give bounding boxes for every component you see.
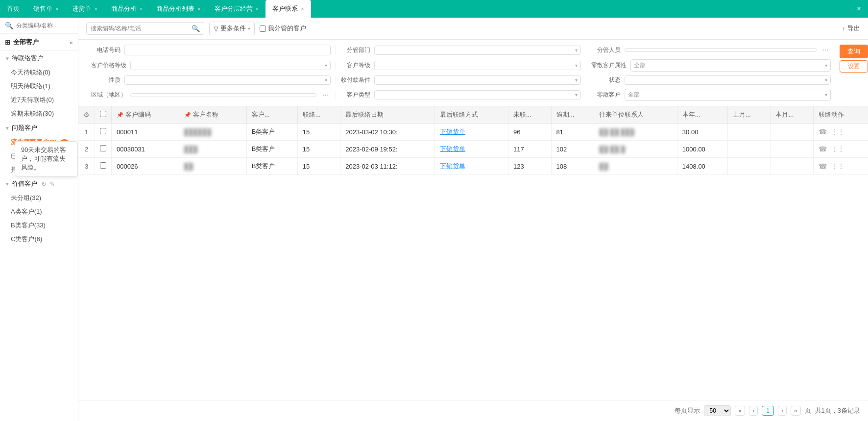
sidebar-item-b-class[interactable]: B类客户(33) (0, 219, 78, 232)
page-size-label: 每页显示 (675, 406, 700, 415)
first-page-button[interactable]: « (735, 406, 745, 416)
sidebar-item-week-pending[interactable]: 近7天待联络(0) (0, 93, 78, 107)
sidebar-item-a-class[interactable]: A类客户(1) (0, 205, 78, 219)
sidebar-item-overdue-pending[interactable]: 逾期未联络(30) (0, 107, 78, 121)
row3-checkbox[interactable] (100, 162, 106, 169)
close-sales-icon[interactable]: × (55, 6, 58, 12)
close-customer-tier-icon[interactable]: × (256, 6, 259, 12)
row2-checkbox[interactable] (100, 145, 106, 151)
th-customer-type: 客户... (246, 106, 297, 124)
sidebar-item-today-pending[interactable]: 今天待联络(0) (0, 66, 78, 79)
group-pending[interactable]: ▼ 待联络客户 (0, 51, 78, 66)
row3-last-date: 2023-02-03 11:12: (340, 158, 435, 175)
row2-company-contact: ██ ██ █ (594, 141, 677, 158)
region-dots-icon[interactable]: ··· (320, 91, 331, 99)
filter-select-person[interactable] (625, 48, 817, 52)
row3-code: 000026 (112, 158, 179, 175)
filter-select-nature[interactable]: ▾ (124, 75, 331, 85)
group-problem[interactable]: ▼ 问题客户 (0, 121, 78, 135)
my-customer-checkbox[interactable] (260, 25, 266, 32)
filter-select-region[interactable] (130, 93, 316, 97)
page-size-select[interactable]: 50 20 100 (704, 405, 731, 416)
sidebar-root[interactable]: ⊞ 全部客户 « (0, 34, 78, 51)
filter-action-btns: 查询 设置 (840, 45, 868, 73)
tab-goods-analysis-label: 商品分析 (111, 4, 137, 13)
th-checkbox (95, 106, 112, 124)
row2-last-date: 2023-02-09 19:52: (340, 141, 435, 158)
th-contact-count: 联络... (297, 106, 340, 124)
filter-select-customer-type[interactable]: ▾ (374, 90, 580, 99)
churn-tooltip: 90天未交易的客户，可能有流失风险。 (15, 141, 78, 176)
filter-select-grade[interactable]: ▾ (374, 61, 580, 70)
row2-checkbox-cell (95, 141, 112, 158)
filter-select-retail-attr[interactable]: 全部 ▾ (630, 59, 831, 72)
row1-more-icon[interactable]: ⋮⋮ (831, 128, 844, 136)
filter-cell-price-level: 客户价格等级 ▾ (86, 61, 336, 70)
close-goods-analysis-icon[interactable]: × (140, 6, 143, 12)
row3-more-icon[interactable]: ⋮⋮ (831, 162, 844, 170)
filter-cell-region: 区域（地区） ··· (86, 91, 336, 99)
sidebar-item-c-class[interactable]: C类客户(6) (0, 232, 78, 246)
close-purchase-icon[interactable]: × (94, 6, 97, 12)
filter-label-region: 区域（地区） (91, 91, 126, 99)
query-button[interactable]: 查询 (840, 45, 868, 58)
filter-label-payment: 收付款条件 (341, 76, 370, 84)
row1-contact-icon[interactable]: ☎ (819, 128, 827, 136)
search-input-wrap: 🔍 (86, 22, 204, 35)
filter-cell-grade: 客户等级 ▾ (336, 61, 586, 70)
table-settings-icon[interactable]: ⚙ (83, 111, 90, 119)
my-customer-checkbox-label[interactable]: 我分管的客户 (260, 24, 306, 33)
export-button[interactable]: ↑ 导出 (843, 24, 861, 33)
row2-num: 2 (78, 141, 95, 158)
group-value[interactable]: ▼ 价值客户 ↻ ✎ (0, 176, 78, 191)
filter-label-retail-attr: 零散客户属性 (591, 61, 627, 70)
filter-select-payment[interactable]: ▾ (374, 75, 580, 85)
filter-select-dept[interactable]: ▾ (374, 46, 580, 55)
customer-type-arrow-icon: ▾ (575, 92, 578, 98)
th-last-contact-date: 最后联络日期 (340, 106, 435, 124)
tab-goods-analysis[interactable]: 商品分析 × (104, 0, 149, 18)
filter-input-phone[interactable] (124, 45, 331, 55)
row3-checkbox-cell (95, 158, 112, 175)
tab-customer-tier[interactable]: 客户分层经营 × (208, 0, 265, 18)
select-all-checkbox[interactable] (100, 111, 106, 117)
value-edit-icon[interactable]: ✎ (49, 180, 55, 188)
tab-sales[interactable]: 销售单 × (26, 0, 65, 18)
prev-page-button[interactable]: ‹ (749, 406, 758, 416)
person-dots-icon[interactable]: ··· (820, 46, 831, 54)
more-conditions-button[interactable]: ▽ 更多条件 ▾ (209, 22, 255, 35)
filter-select-price-level[interactable]: ▾ (130, 61, 331, 70)
filter-cell-status: 状态 ▾ (586, 75, 836, 85)
row1-checkbox[interactable] (100, 128, 106, 134)
row1-company-contact: ██ ██ ███ (594, 124, 677, 141)
export-icon: ↑ (843, 25, 846, 32)
sidebar-item-tomorrow-pending[interactable]: 明天待联络(1) (0, 79, 78, 93)
tab-home[interactable]: 首页 (0, 0, 26, 18)
window-close-button[interactable]: × (850, 0, 868, 18)
tab-purchase[interactable]: 进货单 × (65, 0, 104, 18)
row2-more-icon[interactable]: ⋮⋮ (831, 145, 844, 153)
filter-cell-person: 分管人员 ··· (586, 46, 836, 54)
search-input[interactable] (91, 25, 189, 32)
close-goods-list-icon[interactable]: × (197, 6, 200, 12)
settings-button[interactable]: 设置 (840, 60, 868, 73)
filter-select-retail[interactable]: 全部 ▾ (625, 89, 831, 101)
close-customer-contact-icon[interactable]: × (301, 6, 304, 12)
filter-area-wrapper: 电话号码 分管部门 ▾ 分管人员 (78, 40, 868, 106)
row1-code: 000011 (112, 124, 179, 141)
value-refresh-icon[interactable]: ↻ (41, 180, 47, 188)
tab-customer-contact[interactable]: 客户联系 × (265, 0, 311, 18)
dept-arrow-icon: ▾ (575, 48, 578, 53)
sidebar-collapse-icon[interactable]: « (70, 39, 73, 46)
table-row: 2 00030031 ███ B类客户 (78, 141, 868, 158)
next-page-button[interactable]: › (778, 406, 787, 416)
row2-contact-icon[interactable]: ☎ (819, 145, 827, 153)
tab-goods-list[interactable]: 商品分析列表 × (149, 0, 207, 18)
row2-contact: 15 (297, 141, 340, 158)
search-submit-icon[interactable]: 🔍 (192, 25, 200, 32)
sidebar-search-input[interactable] (16, 22, 78, 29)
last-page-button[interactable]: » (791, 406, 801, 416)
sidebar-item-ungroup[interactable]: 未分组(32) (0, 191, 78, 205)
filter-select-status[interactable]: ▾ (625, 75, 831, 85)
row3-contact-icon[interactable]: ☎ (819, 162, 827, 170)
